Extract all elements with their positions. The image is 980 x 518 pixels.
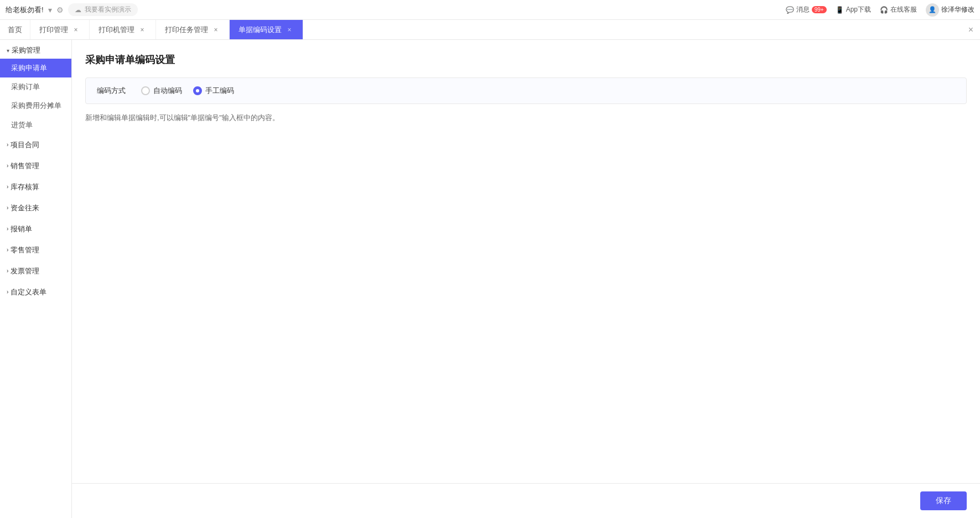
tab-printer-management-label: 打印机管理 — [98, 25, 134, 35]
tab-print-management-close[interactable]: × — [71, 25, 80, 34]
content-footer: 保存 — [72, 483, 980, 518]
top-bar-left: 给老板勿看! ▾ ⚙ ☁ 我要看实例演示 — [6, 3, 138, 16]
sidebar-item-sales-management[interactable]: › 销售管理 — [0, 156, 71, 177]
sidebar-item-purchase-expense[interactable]: 采购费用分摊单 — [0, 96, 71, 115]
avatar: 👤 — [926, 3, 939, 17]
app-download-label: App下载 — [846, 5, 871, 14]
sidebar-item-purchase-expense-label: 采购费用分摊单 — [11, 101, 61, 110]
sidebar-item-inventory[interactable]: › 库存核算 — [0, 177, 71, 198]
info-text: 新增和编辑单据编辑时,可以编辑"单据编号"输入框中的内容。 — [85, 104, 967, 123]
sidebar-item-sales-management-label: 销售管理 — [11, 161, 39, 171]
tab-print-task-management[interactable]: 打印任务管理 × — [156, 20, 230, 39]
sidebar-item-capital-label: 资金往来 — [11, 203, 39, 213]
tab-voucher-code-setting[interactable]: 单据编码设置 × — [230, 20, 303, 39]
radio-manual-code[interactable]: 手工编码 — [193, 86, 234, 96]
coding-row: 编码方式 自动编码 手工编码 — [86, 78, 966, 103]
radio-auto-circle — [141, 86, 150, 95]
sidebar-item-project-contract-label: 项目合同 — [11, 140, 39, 150]
search-text: 我要看实例演示 — [85, 5, 131, 14]
page-title: 采购申请单编码设置 — [85, 53, 967, 66]
chevron-right-icon: › — [7, 289, 8, 295]
message-icon: 💬 — [786, 6, 794, 14]
chevron-right-icon: › — [7, 247, 8, 253]
tab-print-management[interactable]: 打印管理 × — [30, 20, 90, 39]
headset-icon: 🎧 — [880, 6, 888, 14]
user-name: 徐泽华修改 — [941, 5, 974, 14]
gear-icon[interactable]: ⚙ — [56, 6, 64, 14]
tab-print-task-management-close[interactable]: × — [211, 25, 220, 34]
radio-group: 自动编码 手工编码 — [141, 86, 234, 96]
sidebar-item-purchase-order-label: 采购订单 — [11, 82, 40, 91]
sidebar-group-purchase[interactable]: ▾ 采购管理 — [0, 40, 71, 59]
message-label: 消息 — [796, 5, 810, 14]
radio-auto-code[interactable]: 自动编码 — [141, 86, 182, 96]
save-button[interactable]: 保存 — [920, 491, 967, 510]
tab-bar: 首页 打印管理 × 打印机管理 × 打印任务管理 × 单据编码设置 × × — [0, 20, 980, 40]
tab-printer-management[interactable]: 打印机管理 × — [90, 20, 156, 39]
chevron-right-icon: › — [7, 142, 8, 148]
sidebar-item-capital[interactable]: › 资金往来 — [0, 198, 71, 219]
radio-manual-circle — [193, 86, 202, 95]
sidebar-item-project-contract[interactable]: › 项目合同 — [0, 134, 71, 156]
top-bar: 给老板勿看! ▾ ⚙ ☁ 我要看实例演示 💬 消息 99+ 📱 App下载 🎧 … — [0, 0, 980, 20]
sidebar-group-purchase-label: 采购管理 — [12, 45, 40, 55]
user-profile[interactable]: 👤 徐泽华修改 — [926, 3, 974, 17]
chevron-down-icon: ▾ — [7, 48, 9, 54]
sidebar-item-invoice[interactable]: › 发票管理 — [0, 261, 71, 282]
message-badge: 99+ — [812, 6, 827, 13]
chevron-right-icon: › — [7, 163, 8, 169]
brand-text: 给老板勿看! — [6, 5, 44, 15]
sidebar-item-returns-label: 报销单 — [11, 224, 32, 234]
sidebar-item-purchase-requisition[interactable]: 采购申请单 — [0, 59, 71, 77]
coding-settings: 编码方式 自动编码 手工编码 — [85, 77, 967, 104]
chevron-right-icon: › — [7, 268, 8, 274]
message-action[interactable]: 💬 消息 99+ — [786, 5, 827, 14]
sidebar-item-goods-receipt-label: 进货单 — [11, 121, 33, 129]
sidebar-item-purchase-order[interactable]: 采购订单 — [0, 77, 71, 96]
sidebar-item-custom-form-label: 自定义表单 — [11, 287, 46, 297]
radio-manual-label: 手工编码 — [205, 86, 234, 96]
sidebar-item-purchase-requisition-label: 采购申请单 — [11, 64, 47, 72]
tab-voucher-code-setting-label: 单据编码设置 — [238, 25, 282, 35]
customer-service-action[interactable]: 🎧 在线客服 — [880, 5, 917, 14]
sidebar: ▾ 采购管理 采购申请单 采购订单 采购费用分摊单 进货单 › 项目合同 › 销… — [0, 40, 72, 518]
chevron-right-icon: › — [7, 226, 8, 232]
cloud-icon: ☁ — [75, 6, 81, 14]
sidebar-item-invoice-label: 发票管理 — [11, 266, 39, 276]
coding-label: 编码方式 — [97, 86, 130, 96]
app-download-action[interactable]: 📱 App下载 — [836, 5, 871, 14]
sidebar-item-retail[interactable]: › 零售管理 — [0, 240, 71, 261]
sidebar-item-custom-form[interactable]: › 自定义表单 — [0, 282, 71, 303]
tab-home[interactable]: 首页 — [0, 20, 30, 39]
tab-voucher-code-setting-close[interactable]: × — [285, 25, 294, 34]
dropdown-icon[interactable]: ▾ — [48, 6, 52, 14]
main-layout: ▾ 采购管理 采购申请单 采购订单 采购费用分摊单 进货单 › 项目合同 › 销… — [0, 40, 980, 518]
tab-home-label: 首页 — [8, 25, 22, 35]
tab-bar-close[interactable]: × — [968, 25, 980, 35]
tab-print-task-management-label: 打印任务管理 — [165, 25, 208, 35]
tab-printer-management-close[interactable]: × — [138, 25, 147, 34]
top-bar-right: 💬 消息 99+ 📱 App下载 🎧 在线客服 👤 徐泽华修改 — [786, 3, 974, 17]
content-area: 采购申请单编码设置 编码方式 自动编码 手工编码 — [72, 40, 980, 518]
tab-print-management-label: 打印管理 — [39, 25, 68, 35]
sidebar-item-goods-receipt[interactable]: 进货单 — [0, 116, 71, 134]
sidebar-section-purchase: ▾ 采购管理 采购申请单 采购订单 采购费用分摊单 进货单 — [0, 40, 71, 134]
radio-auto-label: 自动编码 — [153, 86, 182, 96]
sidebar-item-inventory-label: 库存核算 — [11, 182, 39, 192]
sidebar-item-retail-label: 零售管理 — [11, 245, 39, 255]
sidebar-item-returns[interactable]: › 报销单 — [0, 219, 71, 240]
mobile-icon: 📱 — [836, 6, 844, 14]
chevron-right-icon: › — [7, 184, 8, 190]
content-inner: 采购申请单编码设置 编码方式 自动编码 手工编码 — [72, 40, 980, 483]
customer-service-label: 在线客服 — [890, 5, 917, 14]
search-bar[interactable]: ☁ 我要看实例演示 — [68, 3, 138, 16]
chevron-right-icon: › — [7, 205, 8, 211]
